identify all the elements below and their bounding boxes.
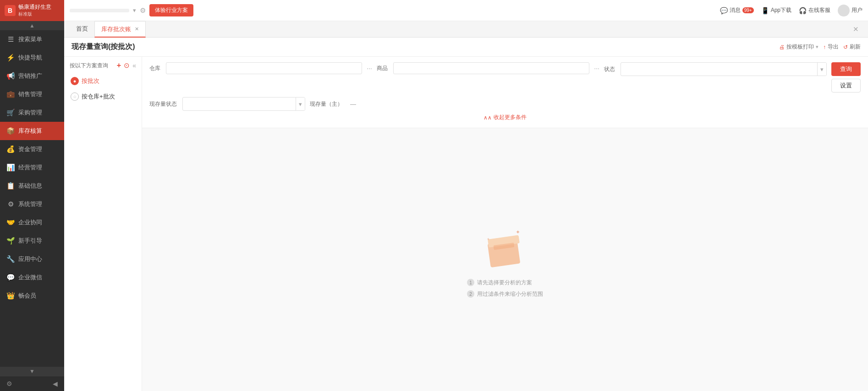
warehouse-dots[interactable]: ··· (367, 65, 372, 72)
status-select[interactable] (621, 67, 817, 71)
scheme-panel-header: 按以下方案查询 + ⊙ « (64, 61, 142, 73)
app-download-action[interactable]: 📱 App下载 (761, 6, 791, 14)
page-title: 现存量查询(按批次) (71, 42, 135, 52)
topbar-right: 💬 消息 99+ 📱 App下载 🎧 在线客服 用户 (720, 5, 863, 16)
messages-action[interactable]: 💬 消息 99+ (720, 6, 754, 14)
warehouse-filter-group: 仓库 ··· (149, 62, 372, 74)
topbar-dropdown-icon[interactable]: ▾ (133, 7, 136, 14)
sidebar-item-label: 搜索菜单 (18, 35, 42, 43)
sidebar-item-vip[interactable]: 👑 畅会员 (0, 287, 64, 305)
scheme-panel: 按以下方案查询 + ⊙ « ● 按批次 ○ 按仓库+批次 (64, 57, 142, 391)
topbar: ▾ ⚙ 体验行业方案 💬 消息 99+ 📱 App下载 🎧 在线客服 用户 (64, 0, 868, 21)
sidebar-scroll-down[interactable]: ▼ (0, 367, 64, 376)
app-version: 标准版 (18, 11, 51, 17)
vip-icon: 👑 (6, 292, 15, 300)
scheme-item-warehouse-batch[interactable]: ○ 按仓库+批次 (64, 89, 142, 104)
stock-qty-dash: — (350, 101, 356, 108)
product-dots[interactable]: ··· (594, 65, 599, 72)
status-dropdown-btn[interactable]: ▾ (817, 63, 826, 76)
right-panel: 仓库 ··· 商品 ··· 状态 (142, 57, 868, 391)
sidebar-item-basics[interactable]: 📋 基础信息 (0, 177, 64, 195)
finance-icon: 💰 (6, 145, 15, 153)
print-icon: 🖨 (779, 44, 785, 50)
sidebar-item-label: 系统管理 (18, 200, 42, 208)
empty-hints: 1 请先选择要分析的方案 2 用过滤条件来缩小分析范围 (467, 279, 543, 298)
stock-status-dropdown-btn[interactable]: ▾ (296, 98, 305, 110)
tab-close-icon[interactable]: ✕ (135, 26, 139, 32)
product-filter-group: 商品 ··· (377, 62, 599, 74)
tab-actions: ✕ (849, 25, 863, 33)
product-input[interactable] (393, 62, 589, 74)
sidebar-item-label: 企业协同 (18, 218, 42, 227)
sidebar-item-finance[interactable]: 💰 资金管理 (0, 140, 64, 158)
page-actions: 🖨 按模板打印 ▾ ↑ 导出 ↺ 刷新 (779, 43, 861, 51)
app-download-icon: 📱 (761, 7, 769, 14)
sidebar-item-newbie[interactable]: 🌱 新手引导 (0, 232, 64, 250)
refresh-btn[interactable]: ↺ 刷新 (843, 43, 861, 51)
refresh-label: 刷新 (850, 43, 861, 51)
scheme-add-icon[interactable]: + (117, 61, 121, 70)
system-icon: ⚙ (6, 200, 15, 208)
collapse-row[interactable]: ∧∧ 收起更多条件 (149, 111, 861, 122)
warehouse-input[interactable] (166, 62, 362, 74)
messages-badge: 99+ (742, 7, 754, 13)
sidebar-item-system[interactable]: ⚙ 系统管理 (0, 195, 64, 213)
export-btn[interactable]: ↑ 导出 (823, 43, 839, 51)
filter-row-2: 现存量状态 ▾ 现存量（主） — (149, 97, 861, 111)
stock-qty-group: 现存量（主） — (310, 100, 358, 108)
print-dropdown-icon[interactable]: ▾ (816, 44, 819, 50)
settings-button[interactable]: 设置 (831, 79, 861, 92)
scheme-settings-icon[interactable]: ⊙ (124, 61, 130, 70)
marketing-icon: 📢 (6, 72, 15, 80)
sidebar-item-inventory[interactable]: 📦 库存核算 (0, 122, 64, 140)
scheme-warehouse-batch-label: 按仓库+批次 (82, 92, 115, 101)
sidebar-item-label: 企业微信 (18, 273, 42, 282)
collapse-label: 收起更多条件 (494, 114, 527, 121)
scheme-panel-actions: + ⊙ « (117, 61, 136, 70)
sidebar-item-management[interactable]: 📊 经营管理 (0, 158, 64, 177)
tab-inventory-batch[interactable]: 库存批次账 ✕ (94, 21, 146, 38)
online-service-action[interactable]: 🎧 在线客服 (799, 6, 830, 14)
sidebar: B 畅康通好生意 标准版 ▲ ☰ 搜索菜单 ⚡ 快捷导航 📢 营销推广 💼 销售… (0, 0, 64, 391)
tab-panel-close-icon[interactable]: ✕ (849, 25, 863, 33)
sidebar-item-appstore[interactable]: 🔧 应用中心 (0, 250, 64, 268)
appstore-icon: 🔧 (6, 255, 15, 263)
sidebar-nav: ☰ 搜索菜单 ⚡ 快捷导航 📢 营销推广 💼 销售管理 🛒 采购管理 📦 库存核… (0, 30, 64, 367)
action-buttons: 查询 设置 (831, 62, 861, 92)
messages-icon: 💬 (720, 7, 728, 14)
corpwechat-icon: 💬 (6, 273, 15, 282)
query-button[interactable]: 查询 (831, 62, 861, 76)
scheme-item-batch[interactable]: ● 按批次 (64, 73, 142, 89)
sales-icon: 💼 (6, 90, 15, 98)
sidebar-item-purchase[interactable]: 🛒 采购管理 (0, 103, 64, 122)
print-btn[interactable]: 🖨 按模板打印 ▾ (779, 43, 819, 51)
sidebar-item-label: 经营管理 (18, 163, 42, 172)
sidebar-item-quicknav[interactable]: ⚡ 快捷导航 (0, 49, 64, 67)
sidebar-item-corpwechat[interactable]: 💬 企业微信 (0, 268, 64, 287)
stock-qty-label: 现存量（主） (310, 100, 343, 108)
topbar-settings-icon[interactable]: ⚙ (140, 6, 146, 15)
tab-home[interactable]: 首页 (70, 21, 94, 38)
sidebar-item-collab[interactable]: 🤝 企业协同 (0, 213, 64, 232)
experience-button[interactable]: 体验行业方案 (149, 4, 193, 16)
filter-row-1: 仓库 ··· 商品 ··· 状态 (149, 62, 861, 92)
app-name: 畅康通好生意 (18, 4, 51, 11)
empty-state: ✦ ✦ 1 请先选择要分析的方案 2 用过滤条件来缩小分析范围 (142, 128, 868, 391)
collab-icon: 🤝 (6, 218, 15, 227)
scheme-collapse-icon[interactable]: « (132, 62, 136, 69)
sidebar-item-label: 库存核算 (18, 127, 42, 135)
app-logo: B (5, 5, 16, 16)
sidebar-collapse-icon[interactable]: ◀ (53, 380, 58, 387)
sidebar-item-sales[interactable]: 💼 销售管理 (0, 85, 64, 103)
product-label: 商品 (377, 65, 388, 72)
tab-inventory-batch-label: 库存批次账 (101, 25, 131, 33)
stock-status-select[interactable] (183, 102, 296, 106)
sidebar-item-search[interactable]: ☰ 搜索菜单 (0, 30, 64, 49)
svg-text:✦: ✦ (487, 237, 490, 241)
basics-icon: 📋 (6, 182, 15, 190)
sidebar-item-marketing[interactable]: 📢 营销推广 (0, 67, 64, 85)
sidebar-scroll-up[interactable]: ▲ (0, 21, 64, 30)
user-avatar-action[interactable]: 用户 (838, 5, 863, 16)
sidebar-settings-icon[interactable]: ⚙ (6, 380, 12, 387)
empty-hint-2-text: 用过滤条件来缩小分析范围 (477, 290, 543, 298)
